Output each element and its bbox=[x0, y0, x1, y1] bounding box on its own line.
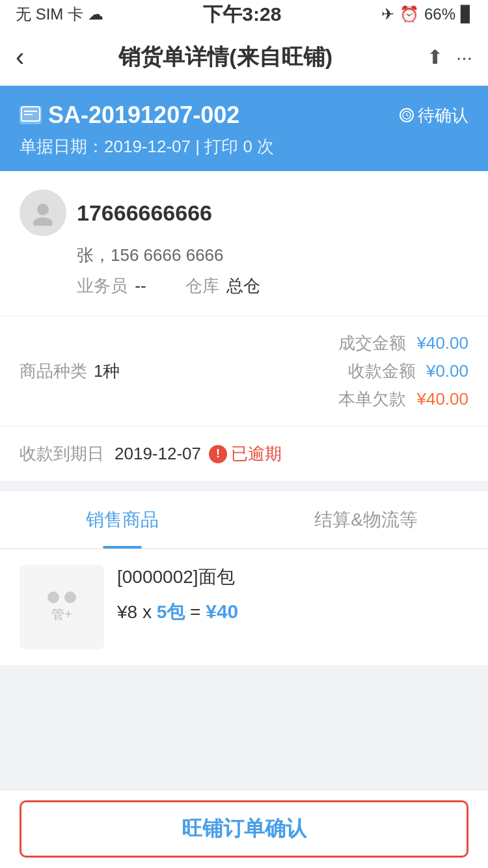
customer-meta: 业务员 -- 仓库 总仓 bbox=[77, 275, 468, 297]
more-button[interactable]: ··· bbox=[456, 46, 472, 68]
alarm-icon: ⏰ bbox=[400, 5, 419, 23]
bottom-bar: 旺铺订单确认 bbox=[0, 789, 488, 868]
salesperson-value: -- bbox=[135, 276, 146, 295]
owed-amount-row: 本单欠款 ¥40.00 bbox=[338, 388, 468, 411]
back-button[interactable]: ‹ bbox=[16, 42, 24, 72]
nav-bar: ‹ 销货单详情(来自旺铺) ⬆ ··· bbox=[0, 29, 488, 86]
nav-actions: ⬆ ··· bbox=[427, 46, 472, 68]
tab-active-indicator bbox=[103, 546, 142, 549]
logo-eyes bbox=[47, 591, 76, 603]
svg-line-5 bbox=[407, 115, 409, 116]
status-left: 无 SIM 卡 ☁ bbox=[16, 4, 103, 25]
share-button[interactable]: ⬆ bbox=[427, 46, 443, 68]
customer-row: 17666666666 bbox=[20, 189, 468, 236]
order-id: SA-20191207-002 bbox=[20, 102, 239, 129]
price-qty: 5包 bbox=[157, 602, 185, 622]
svg-point-7 bbox=[33, 217, 53, 226]
product-info: [0000002]面包 ¥8 x 5包 = ¥40 bbox=[117, 565, 468, 625]
order-status-text: 待确认 bbox=[418, 104, 468, 127]
tab-settlement-label: 结算&物流等 bbox=[314, 508, 418, 532]
svg-point-6 bbox=[37, 204, 49, 215]
order-header-card: SA-20191207-002 待确认 单据日期：2019-12-07 | 打印… bbox=[0, 86, 488, 171]
summary-section: 商品种类 1种 成交金额 ¥40.00 收款金额 ¥0.00 本单欠款 ¥40.… bbox=[0, 316, 488, 426]
amounts-section: 成交金额 ¥40.00 收款金额 ¥0.00 本单欠款 ¥40.00 bbox=[338, 332, 468, 411]
status-clock-icon bbox=[400, 108, 414, 122]
sim-status: 无 SIM 卡 ☁ bbox=[16, 4, 103, 25]
battery-icon: ▊ bbox=[461, 5, 472, 23]
tabs-bar: 销售商品 结算&物流等 bbox=[0, 491, 488, 549]
due-date-value: 2019-12-07 bbox=[115, 444, 201, 464]
order-header-top: SA-20191207-002 待确认 bbox=[20, 102, 468, 129]
page-title: 销货单详情(来自旺铺) bbox=[118, 42, 332, 72]
type-label: 商品种类 bbox=[20, 360, 87, 383]
owed-label: 本单欠款 bbox=[338, 388, 406, 411]
product-price: ¥8 x 5包 = ¥40 bbox=[117, 600, 468, 625]
type-value: 1种 bbox=[94, 360, 120, 383]
due-date-label: 收款到期日 bbox=[20, 442, 104, 465]
tab-settlement[interactable]: 结算&物流等 bbox=[244, 491, 488, 549]
price-eq: = bbox=[185, 602, 206, 622]
deal-amount-value: ¥40.00 bbox=[416, 333, 468, 353]
status-time: 下午3:28 bbox=[203, 1, 281, 28]
deal-amount-label: 成交金额 bbox=[338, 332, 406, 355]
overdue-badge: ! 已逾期 bbox=[209, 442, 282, 465]
status-bar: 无 SIM 卡 ☁ 下午3:28 ✈ ⏰ 66% ▊ bbox=[0, 0, 488, 29]
warehouse-label: 仓库 bbox=[185, 276, 219, 295]
received-value: ¥0.00 bbox=[426, 361, 468, 381]
warehouse-value: 总仓 bbox=[226, 276, 260, 295]
logo-eye-left bbox=[47, 591, 59, 603]
product-logo: 管+ bbox=[47, 591, 76, 623]
warehouse-field: 仓库 总仓 bbox=[185, 275, 260, 297]
tab-sales-label: 销售商品 bbox=[86, 508, 159, 532]
customer-phone: 17666666666 bbox=[77, 200, 212, 226]
product-section: 管+ [0000002]面包 ¥8 x 5包 = ¥40 bbox=[0, 549, 488, 665]
logo-text: 管+ bbox=[51, 606, 72, 623]
order-date: 单据日期：2019-12-07 | 打印 0 次 bbox=[20, 135, 468, 158]
salesperson-label: 业务员 bbox=[77, 276, 128, 295]
logo-eye-right bbox=[64, 591, 76, 603]
bottom-padding bbox=[0, 675, 488, 806]
product-image: 管+ bbox=[20, 565, 104, 649]
owed-value: ¥40.00 bbox=[416, 389, 468, 409]
tab-sales-products[interactable]: 销售商品 bbox=[0, 491, 244, 549]
product-type-field: 商品种类 1种 bbox=[20, 332, 338, 411]
product-name: [0000002]面包 bbox=[117, 565, 468, 590]
location-icon: ✈ bbox=[381, 5, 394, 23]
customer-name-phone: 张，156 6666 6666 bbox=[77, 244, 468, 267]
avatar bbox=[20, 189, 66, 236]
deal-amount-row: 成交金额 ¥40.00 bbox=[338, 332, 468, 355]
status-right: ✈ ⏰ 66% ▊ bbox=[381, 5, 472, 23]
customer-section: 17666666666 张，156 6666 6666 业务员 -- 仓库 总仓 bbox=[0, 171, 488, 316]
order-icon bbox=[20, 106, 42, 124]
received-label: 收款金额 bbox=[348, 360, 416, 383]
order-status-badge: 待确认 bbox=[400, 104, 468, 127]
overdue-text: 已逾期 bbox=[231, 442, 282, 465]
battery-level: 66% bbox=[424, 5, 455, 23]
overdue-icon: ! bbox=[209, 445, 227, 463]
salesperson-field: 业务员 -- bbox=[77, 275, 146, 297]
order-id-text: SA-20191207-002 bbox=[48, 102, 239, 129]
price-base: ¥8 x bbox=[117, 602, 157, 622]
received-amount-row: 收款金额 ¥0.00 bbox=[348, 360, 468, 383]
due-date-section: 收款到期日 2019-12-07 ! 已逾期 bbox=[0, 427, 488, 481]
price-total: ¥40 bbox=[206, 601, 238, 622]
confirm-order-button[interactable]: 旺铺订单确认 bbox=[20, 800, 468, 858]
